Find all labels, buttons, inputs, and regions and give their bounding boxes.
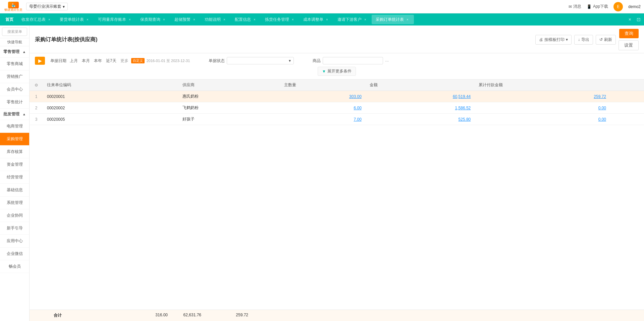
qty-link[interactable]: 7.00 <box>354 117 361 122</box>
tab-chaochuyujing-close-icon[interactable]: × <box>192 17 197 22</box>
tab-chaochuyujing[interactable]: 超储预警 × <box>170 15 201 24</box>
tab-shoufacun[interactable]: 收发存汇总表 × <box>17 15 56 24</box>
template-print-button[interactable]: 🖨 按模板打印 ▾ <box>535 35 572 45</box>
sidebar-item-enterprise[interactable]: 企业协同 <box>0 209 29 222</box>
shortcut-more[interactable]: 更多 <box>119 57 130 64</box>
tab-baozhi-label: 保质期查询 <box>140 17 160 22</box>
qty-link[interactable]: 6.00 <box>354 106 361 110</box>
sidebar-item-member[interactable]: 会员中心 <box>0 83 29 96</box>
sidebar-item-retail-mall[interactable]: 零售商城 <box>0 58 29 70</box>
export-button[interactable]: ↓ 导出 <box>574 35 593 45</box>
settings-button[interactable]: 设置 <box>619 40 639 50</box>
nav-right-actions: × ⊡ <box>627 16 643 23</box>
shortcut-last-month[interactable]: 上月 <box>68 57 79 64</box>
th-amount: 金额 <box>366 79 475 91</box>
sidebar-wholesale-label: 批发管理 <box>3 111 19 117</box>
sidebar-item-operations[interactable]: 经营管理 <box>0 171 29 184</box>
qty-link[interactable]: 303.00 <box>349 94 362 99</box>
quick-nav-button[interactable]: 快捷导航 <box>0 38 29 46</box>
sidebar-system-label: 系统管理 <box>7 200 23 206</box>
th-supplier: 供应商 <box>178 79 280 91</box>
nav-maximize-icon[interactable]: ⊡ <box>635 16 643 23</box>
sidebar-item-ecommerce[interactable]: 电商管理 <box>0 120 29 133</box>
message-action[interactable]: ✉ 消息 <box>569 4 581 9</box>
goods-input[interactable] <box>323 57 383 64</box>
sidebar-ecommerce-label: 电商管理 <box>7 123 23 129</box>
tab-keyongliang-close-icon[interactable]: × <box>127 17 132 22</box>
main-layout: 搜索菜单 快捷导航 零售管理 ▲ 零售商城 营销推广 会员中心 零售统计 批发管… <box>0 25 644 321</box>
tab-chengben-close-icon[interactable]: × <box>325 17 329 22</box>
tab-shoufacun-close-icon[interactable]: × <box>47 17 52 22</box>
cell-amount: 525.80 <box>366 114 475 125</box>
cell-amount: 60,519.44 <box>366 91 475 102</box>
tab-peizhi-close-icon[interactable]: × <box>252 17 257 22</box>
sidebar-item-wechat[interactable]: 企业微信 <box>0 248 29 260</box>
status-select[interactable]: ▾ <box>227 57 294 64</box>
page-actions: 🖨 按模板打印 ▾ ↓ 导出 ↺ 刷新 查询 设置 <box>535 29 639 50</box>
shortcut-this-year[interactable]: 本年 <box>93 57 103 64</box>
amount-link[interactable]: 60,519.44 <box>453 94 471 99</box>
column-settings-icon[interactable]: ⚙ <box>35 83 38 88</box>
sidebar-item-changhui[interactable]: 畅会员 <box>0 260 29 273</box>
expand-conditions-button[interactable]: ▼ 展开更多条件 <box>318 67 356 76</box>
user-name: demo2 <box>628 4 641 9</box>
filter-collapse-button[interactable]: ▶ <box>35 57 45 65</box>
paid-link[interactable]: 0.00 <box>598 106 606 110</box>
sidebar-retail-mall-label: 零售商城 <box>7 61 23 67</box>
sidebar-item-finance[interactable]: 资金管理 <box>0 158 29 171</box>
workspace-selector[interactable]: 母婴行业演示账套 ▾ <box>26 3 68 10</box>
print-icon: 🖨 <box>539 37 543 42</box>
tab-keyongliang[interactable]: 可用量库存账本 × <box>94 15 136 24</box>
tab-gongneng-close-icon[interactable]: × <box>222 17 227 22</box>
sidebar-item-basic-info[interactable]: 基础信息 <box>0 184 29 197</box>
refresh-button[interactable]: ↺ 刷新 <box>596 35 616 45</box>
sidebar-item-system[interactable]: 系统管理 <box>0 197 29 209</box>
sidebar-item-wholesale[interactable]: 批发管理 ▲ <box>0 109 29 120</box>
tab-peizhi[interactable]: 配置信息 × <box>231 15 261 24</box>
sidebar-item-newuser[interactable]: 新手引导 <box>0 222 29 235</box>
expand-row: ▼ 展开更多条件 <box>35 67 639 76</box>
cell-supplier: 飞鹤奶粉 <box>178 102 280 114</box>
toggle-arrow-icon: ▼ <box>322 69 326 74</box>
amount-link[interactable]: 525.80 <box>459 117 471 122</box>
tab-gongneng[interactable]: 功能说明 × <box>201 15 231 24</box>
tab-home[interactable]: 首页 <box>1 15 17 24</box>
sidebar-item-inventory[interactable]: 库存核算 <box>0 146 29 158</box>
right-query-actions: 查询 设置 <box>619 29 639 50</box>
tab-yaoqing[interactable]: 邀请下游客户 × <box>333 15 372 24</box>
refresh-icon: ↺ <box>599 37 603 42</box>
date-filter-group: 单据日期 上月 本月 本年 近7天 更多 自定义 2016-01-01 至 20… <box>50 57 190 64</box>
sidebar-item-app-center[interactable]: 应用中心 <box>0 235 29 248</box>
sidebar-item-retail-management[interactable]: 零售管理 ▲ <box>0 46 29 58</box>
tab-chaochuyujing-label: 超储预警 <box>174 17 191 22</box>
tab-chengben[interactable]: 成本调整单 × <box>299 15 333 24</box>
goods-more-icon[interactable]: ··· <box>385 58 389 63</box>
tab-yaohuo[interactable]: 要货单统计表 × <box>56 15 94 24</box>
avatar[interactable]: E <box>613 2 623 11</box>
th-checkbox: ⚙ <box>30 79 43 91</box>
footer-spacer <box>101 313 141 318</box>
app-download-action[interactable]: 📱 App下载 <box>587 4 608 9</box>
nav-close-button[interactable]: × <box>627 16 633 23</box>
logo-icon: 🏪 <box>8 2 19 8</box>
sidebar-item-marketing[interactable]: 营销推广 <box>0 70 29 83</box>
shortcut-7days[interactable]: 近7天 <box>105 57 118 64</box>
sidebar-item-purchase[interactable]: 采购管理 <box>0 133 29 146</box>
search-menu-button[interactable]: 搜索菜单 <box>2 28 27 36</box>
shortcut-this-month[interactable]: 本月 <box>80 57 91 64</box>
tab-jianhuo-close-icon[interactable]: × <box>290 17 295 22</box>
tab-baozhi-close-icon[interactable]: × <box>162 17 166 22</box>
sidebar-item-retail-stats[interactable]: 零售统计 <box>0 96 29 109</box>
tab-baozhi[interactable]: 保质期查询 × <box>136 15 170 24</box>
tab-yaohuo-close-icon[interactable]: × <box>85 17 90 22</box>
tab-caigou-active[interactable]: 采购订单统计表 × <box>372 15 414 24</box>
tab-yaoqing-close-icon[interactable]: × <box>363 17 368 22</box>
tab-jianhuo[interactable]: 拣货任务管理 × <box>261 15 299 24</box>
tab-caigou-close-icon[interactable]: × <box>405 17 410 22</box>
paid-link[interactable]: 0.00 <box>598 117 606 122</box>
paid-link[interactable]: 259.72 <box>594 94 606 99</box>
template-chevron-icon: ▾ <box>566 37 568 42</box>
query-button[interactable]: 查询 <box>619 29 639 38</box>
cell-extra <box>610 91 644 102</box>
amount-link[interactable]: 1,586.52 <box>455 106 471 110</box>
